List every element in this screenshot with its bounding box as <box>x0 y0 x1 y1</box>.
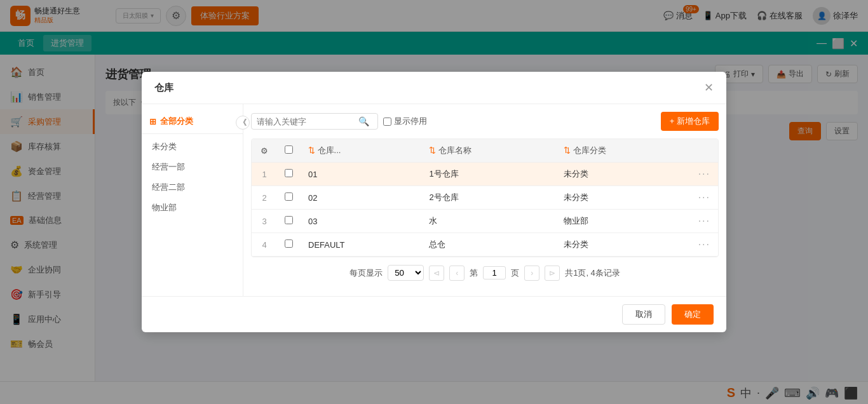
cancel-button[interactable]: 取消 <box>622 304 665 325</box>
collapse-btn[interactable]: 《 <box>236 116 250 130</box>
table-row[interactable]: 3 03 水 物业部 ··· <box>252 210 718 233</box>
column-gear-icon[interactable]: ⚙ <box>261 146 268 156</box>
col-name: ⇅ 仓库名称 <box>421 139 556 163</box>
row-name: 总仓 <box>421 233 556 257</box>
page-number-input[interactable] <box>483 266 506 279</box>
row-code: DEFAULT <box>301 233 421 257</box>
table-body: 1 01 1号仓库 未分类 ··· 2 02 2 <box>252 163 718 257</box>
first-page-btn[interactable]: ⊲ <box>429 266 444 281</box>
row-more: ··· <box>691 186 718 210</box>
row-category: 未分类 <box>556 233 691 257</box>
row-more: ··· <box>691 210 718 233</box>
confirm-button[interactable]: 确定 <box>672 304 714 325</box>
category-dept2[interactable]: 经营二部 <box>142 177 243 198</box>
category-property[interactable]: 物业部 <box>142 198 243 218</box>
show-disabled-checkbox[interactable] <box>383 118 391 126</box>
prev-page-btn[interactable]: ‹ <box>449 266 465 281</box>
warehouse-table-wrap: ⚙ ⇅ 仓库... ⇅ <box>251 138 719 257</box>
row-name: 2号仓库 <box>421 186 556 210</box>
row-num: 1 <box>252 163 277 186</box>
category-header: ⊞ 全部分类 《 <box>142 112 243 134</box>
row-category: 未分类 <box>556 186 691 210</box>
more-btn-3[interactable]: ··· <box>698 215 710 226</box>
row-num: 4 <box>252 233 277 257</box>
row-checkbox-1[interactable] <box>285 169 293 177</box>
show-disabled-text: 显示停用 <box>394 116 427 127</box>
col-actions <box>691 139 718 163</box>
page-label: 页 <box>511 267 519 279</box>
col-checkbox <box>277 139 301 163</box>
per-page-label: 每页显示 <box>349 267 383 279</box>
add-warehouse-btn[interactable]: + 新增仓库 <box>661 112 719 131</box>
row-name: 水 <box>421 210 556 233</box>
row-category: 物业部 <box>556 210 691 233</box>
modal-footer: 取消 确定 <box>142 296 726 332</box>
more-btn-4[interactable]: ··· <box>698 239 710 250</box>
modal-header: 仓库 ✕ <box>142 72 726 104</box>
total-pages: 共1页, 4条记录 <box>565 267 620 279</box>
row-checkbox-4[interactable] <box>285 239 293 248</box>
row-check <box>277 163 301 186</box>
warehouse-table: ⚙ ⇅ 仓库... ⇅ <box>252 139 718 257</box>
row-checkbox-2[interactable] <box>285 192 293 201</box>
search-bar: 🔍 显示停用 + 新增仓库 <box>251 112 719 131</box>
row-more: ··· <box>691 233 718 257</box>
row-name: 1号仓库 <box>421 163 556 186</box>
col-code-sort-icon: ⇅ <box>308 145 315 155</box>
pagination: 每页显示 50 100 ⊲ ‹ 第 页 › ⊳ 共1页, 4条记录 <box>251 257 719 288</box>
col-code: ⇅ 仓库... <box>301 139 421 163</box>
per-page-select[interactable]: 50 100 <box>388 265 424 281</box>
col-gear: ⚙ <box>252 139 277 163</box>
category-panel: ⊞ 全部分类 《 未分类 经营一部 经营二部 物业部 <box>142 104 243 296</box>
row-more: ··· <box>691 163 718 186</box>
table-header-row: ⚙ ⇅ 仓库... ⇅ <box>252 139 718 163</box>
page-word: 第 <box>470 267 478 279</box>
more-btn-2[interactable]: ··· <box>698 192 710 203</box>
search-input[interactable] <box>257 117 358 126</box>
category-dept1[interactable]: 经营一部 <box>142 157 243 177</box>
table-row[interactable]: 4 DEFAULT 总仓 未分类 ··· <box>252 233 718 257</box>
row-code: 03 <box>301 210 421 233</box>
more-btn-1[interactable]: ··· <box>698 168 710 179</box>
modal-body: ⊞ 全部分类 《 未分类 经营一部 经营二部 物业部 🔍 <box>142 104 726 296</box>
row-check <box>277 186 301 210</box>
last-page-btn[interactable]: ⊳ <box>545 266 560 281</box>
row-code: 02 <box>301 186 421 210</box>
show-disabled-label[interactable]: 显示停用 <box>383 116 427 127</box>
grid-icon: ⊞ <box>149 117 156 126</box>
col-category: ⇅ 仓库分类 <box>556 139 691 163</box>
category-label: 全部分类 <box>160 116 193 127</box>
select-all-checkbox[interactable] <box>285 145 293 154</box>
table-row[interactable]: 2 02 2号仓库 未分类 ··· <box>252 186 718 210</box>
warehouse-list-panel: 🔍 显示停用 + 新增仓库 ⚙ <box>243 104 726 296</box>
row-num: 3 <box>252 210 277 233</box>
table-row[interactable]: 1 01 1号仓库 未分类 ··· <box>252 163 718 186</box>
next-page-btn[interactable]: › <box>524 266 539 281</box>
row-check <box>277 233 301 257</box>
row-code: 01 <box>301 163 421 186</box>
row-checkbox-3[interactable] <box>285 216 293 224</box>
category-unclassified[interactable]: 未分类 <box>142 137 243 157</box>
row-category: 未分类 <box>556 163 691 186</box>
row-num: 2 <box>252 186 277 210</box>
col-cat-sort-icon: ⇅ <box>564 145 571 155</box>
modal-title: 仓库 <box>154 82 173 94</box>
row-check <box>277 210 301 233</box>
modal-overlay: 仓库 ✕ ⊞ 全部分类 《 未分类 经营一部 经营二部 物业部 <box>0 0 868 404</box>
warehouse-modal: 仓库 ✕ ⊞ 全部分类 《 未分类 经营一部 经营二部 物业部 <box>142 72 726 332</box>
search-input-wrap: 🔍 <box>251 113 378 130</box>
col-name-sort-icon: ⇅ <box>429 145 436 155</box>
modal-close-btn[interactable]: ✕ <box>704 81 714 95</box>
search-icon[interactable]: 🔍 <box>358 116 369 126</box>
